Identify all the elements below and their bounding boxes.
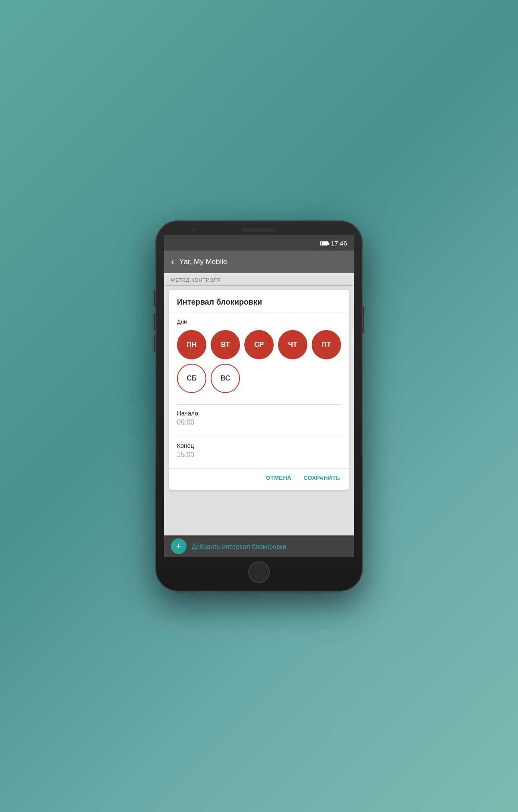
add-label: Добавить интервал блокировки (192, 543, 286, 550)
end-divider (177, 437, 341, 437)
day-btn-pn[interactable]: ПН (177, 330, 206, 359)
time-display: 17:46 (331, 239, 347, 247)
dialog-title: Интервал блокировки (169, 290, 349, 312)
dialog-actions: ОТМЕНА СОХРАНИТЬ (169, 468, 349, 490)
days-section: Дни ПН ВТ СР ЧТ (169, 318, 349, 399)
scroll-indicator (351, 329, 353, 346)
app-bar-title-group: Yar, My Mobile (179, 258, 227, 266)
day-btn-vt[interactable]: ВТ (211, 330, 240, 359)
app-bar: ‹ Yar, My Mobile (164, 251, 354, 273)
day-btn-cht[interactable]: ЧТ (278, 330, 307, 359)
start-divider (177, 404, 341, 405)
day-btn-vs[interactable]: ВС (211, 364, 240, 393)
section-label: МЕТОД КОНТРОЛЯ (171, 277, 347, 283)
end-label: Конец (177, 442, 341, 449)
start-value[interactable]: 09:00 (177, 419, 341, 431)
cancel-button[interactable]: ОТМЕНА (264, 472, 293, 484)
screen-content: Интервал блокировки Дни ПН ВТ СР (164, 286, 354, 535)
day-btn-pt[interactable]: ПТ (312, 330, 341, 359)
battery-icon (320, 241, 328, 245)
camera (192, 227, 196, 232)
speaker (242, 228, 276, 232)
add-interval-bar[interactable]: + Добавить интервал блокировки (164, 535, 354, 557)
days-label: Дни (177, 318, 341, 325)
days-grid: ПН ВТ СР ЧТ ПТ (177, 330, 341, 393)
volume-down-button (154, 313, 155, 330)
start-time-section: Начало 09:00 (169, 399, 349, 431)
back-button[interactable]: ‹ (171, 256, 174, 268)
save-button[interactable]: СОХРАНИТЬ (302, 472, 342, 484)
mute-button (154, 335, 155, 352)
home-button[interactable] (248, 561, 270, 583)
phone-frame: 17:46 ‹ Yar, My Mobile МЕТОД КОНТРОЛЯ Ин… (155, 220, 363, 592)
day-btn-sb[interactable]: СБ (177, 364, 206, 393)
end-time-section: Конец 15:00 (169, 431, 349, 464)
day-btn-sr[interactable]: СР (244, 330, 274, 359)
add-circle-icon: + (171, 538, 186, 554)
end-value[interactable]: 15:00 (177, 451, 341, 464)
section-header: МЕТОД КОНТРОЛЯ (164, 273, 354, 285)
dialog-card: Интервал блокировки Дни ПН ВТ СР (169, 290, 349, 490)
power-button (363, 307, 364, 333)
start-label: Начало (177, 410, 341, 417)
volume-up-button (154, 290, 155, 307)
dialog-top-divider (169, 312, 349, 312)
phone-bottom (161, 561, 357, 583)
phone-top (161, 228, 357, 232)
status-time: 17:46 (320, 239, 347, 247)
screen: 17:46 ‹ Yar, My Mobile МЕТОД КОНТРОЛЯ Ин… (164, 235, 354, 557)
app-bar-title: Yar, My Mobile (179, 258, 227, 266)
status-bar: 17:46 (164, 235, 354, 251)
